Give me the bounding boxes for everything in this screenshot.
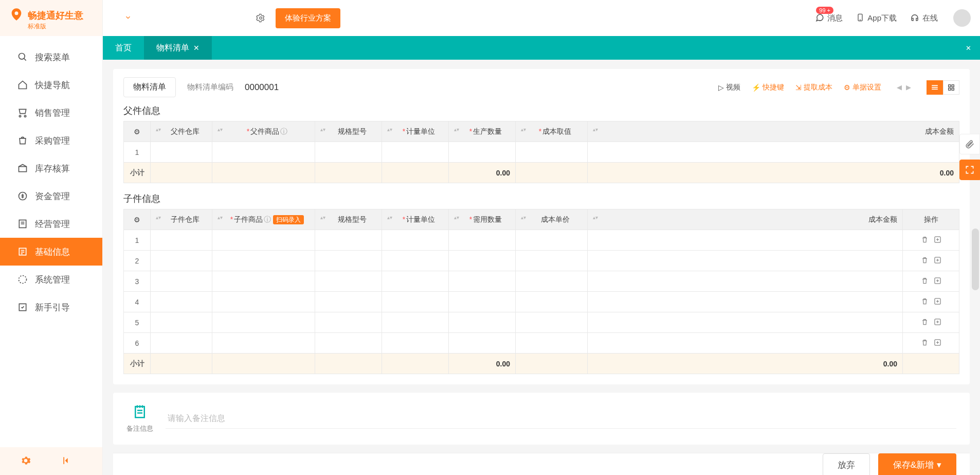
col-child-warehouse[interactable]: ▴▾子件仓库 [151, 209, 212, 230]
cell[interactable] [315, 142, 382, 163]
child-row[interactable]: 5 [124, 312, 959, 333]
cell[interactable] [516, 142, 588, 163]
cell[interactable] [382, 251, 449, 271]
messages-link[interactable]: 99 + 消息 [812, 11, 846, 26]
sidebar-item-quicknav[interactable]: 快捷导航 [0, 71, 102, 99]
delete-icon[interactable] [921, 340, 929, 348]
cell[interactable] [315, 292, 382, 312]
doc-type-tab[interactable]: 物料清单 [123, 77, 176, 97]
attachment-button[interactable] [959, 134, 980, 154]
cell[interactable] [151, 292, 212, 312]
cell[interactable] [151, 333, 212, 354]
cell[interactable] [382, 292, 449, 312]
cell[interactable] [516, 271, 588, 292]
cell[interactable] [212, 292, 315, 312]
cell[interactable] [315, 230, 382, 251]
app-download-link[interactable]: App下载 [853, 11, 900, 26]
cell[interactable] [449, 230, 516, 251]
cell[interactable] [382, 333, 449, 354]
child-row[interactable]: 4 [124, 292, 959, 312]
cell[interactable] [151, 230, 212, 251]
cell[interactable] [516, 333, 588, 354]
cell[interactable] [588, 230, 903, 251]
delete-icon[interactable] [921, 319, 929, 327]
sidebar-item-funds[interactable]: 资金管理 [0, 182, 102, 210]
cell[interactable] [516, 251, 588, 271]
child-row[interactable]: 1 [124, 230, 959, 251]
cell[interactable] [588, 142, 959, 163]
action-extract-cost[interactable]: ⇲提取成本 [795, 83, 832, 92]
remark-input[interactable] [166, 409, 956, 429]
cell[interactable] [516, 292, 588, 312]
cell[interactable] [382, 230, 449, 251]
cell[interactable] [449, 142, 516, 163]
cell[interactable] [588, 292, 903, 312]
tabs-close-all[interactable]: ✕ [956, 36, 980, 60]
col-parent-cost-basis[interactable]: ▴▾*成本取值 [516, 121, 588, 142]
cell[interactable] [212, 312, 315, 333]
delete-icon[interactable] [921, 298, 929, 307]
delete-icon[interactable] [921, 278, 929, 286]
add-icon[interactable] [934, 278, 941, 286]
cell[interactable] [516, 312, 588, 333]
cell[interactable] [449, 292, 516, 312]
col-child-qty[interactable]: ▴▾*需用数量 [449, 209, 516, 230]
cell[interactable] [449, 312, 516, 333]
avatar[interactable] [953, 9, 971, 27]
cell[interactable] [212, 333, 315, 354]
view-list-button[interactable] [927, 80, 943, 95]
help-icon[interactable]: ⓘ [280, 127, 287, 135]
action-doc-settings[interactable]: ⚙单据设置 [844, 83, 881, 92]
col-child-unit[interactable]: ▴▾*计量单位 [382, 209, 449, 230]
org-select[interactable] [112, 11, 246, 26]
cell[interactable] [449, 251, 516, 271]
scan-entry-tag[interactable]: 扫码录入 [273, 215, 304, 224]
save-new-button[interactable]: 保存&新增▾ [878, 453, 956, 475]
child-row[interactable]: 3 [124, 271, 959, 292]
col-parent-unit[interactable]: ▴▾*计量单位 [382, 121, 449, 142]
col-config[interactable]: ⚙ [124, 121, 151, 142]
action-video[interactable]: ▷视频 [718, 83, 740, 92]
collapse-icon[interactable] [62, 455, 72, 467]
add-icon[interactable] [934, 319, 941, 327]
settings-icon[interactable] [21, 455, 31, 467]
add-icon[interactable] [934, 257, 941, 266]
cell[interactable] [151, 312, 212, 333]
tab-bom[interactable]: 物料清单 ✕ [144, 36, 212, 60]
cell[interactable] [315, 271, 382, 292]
col-parent-cost-amount[interactable]: ▴▾成本金额 [588, 121, 959, 142]
cell[interactable] [212, 230, 315, 251]
sidebar-item-sales[interactable]: 销售管理 [0, 99, 102, 127]
cell[interactable] [151, 251, 212, 271]
add-icon[interactable] [934, 237, 941, 245]
cell[interactable] [151, 142, 212, 163]
col-config[interactable]: ⚙ [124, 209, 151, 230]
view-card-button[interactable] [943, 80, 959, 95]
cell[interactable] [315, 251, 382, 271]
discard-button[interactable]: 放弃 [823, 453, 870, 475]
cell[interactable] [212, 142, 315, 163]
add-icon[interactable] [934, 298, 941, 307]
cell[interactable] [315, 312, 382, 333]
sidebar-item-purchase[interactable]: 采购管理 [0, 127, 102, 154]
cell[interactable] [449, 271, 516, 292]
col-child-product[interactable]: ▴▾*子件商品ⓘ扫码录入 [212, 209, 315, 230]
cell[interactable] [588, 312, 903, 333]
sidebar-item-operation[interactable]: 经营管理 [0, 210, 102, 238]
sidebar-item-search[interactable]: 搜索菜单 [0, 43, 102, 71]
cell[interactable] [449, 333, 516, 354]
sidebar-item-system[interactable]: 系统管理 [0, 266, 102, 293]
delete-icon[interactable] [921, 257, 929, 266]
cell[interactable] [315, 333, 382, 354]
prev-icon[interactable]: ◀ [897, 83, 902, 91]
col-child-cost-amount[interactable]: ▴▾成本金额 [588, 209, 903, 230]
sidebar-item-guide[interactable]: 新手引导 [0, 293, 102, 321]
col-parent-qty[interactable]: ▴▾*生产数量 [449, 121, 516, 142]
cell[interactable] [382, 142, 449, 163]
cell[interactable] [588, 251, 903, 271]
action-shortcut[interactable]: ⚡快捷键 [752, 83, 784, 92]
close-icon[interactable]: ✕ [193, 44, 199, 52]
sidebar-item-basedata[interactable]: 基础信息 [0, 238, 102, 266]
child-row[interactable]: 6 [124, 333, 959, 354]
cell[interactable] [588, 333, 903, 354]
